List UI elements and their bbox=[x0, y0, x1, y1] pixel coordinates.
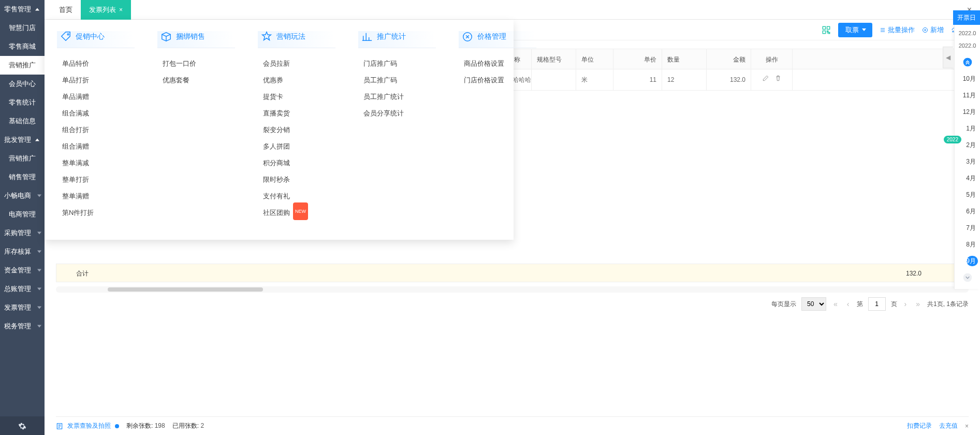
sidebar-item-ecomm-mgmt[interactable]: 电商管理 bbox=[0, 205, 45, 224]
recent-date[interactable]: 2022.0 bbox=[955, 39, 980, 52]
col-amount[interactable]: 金额 bbox=[707, 49, 751, 69]
right-panel-toggle[interactable]: ◀ bbox=[943, 47, 953, 68]
scrollbar-thumb[interactable] bbox=[108, 287, 263, 292]
mm-item[interactable]: 打包一口价 bbox=[157, 55, 235, 72]
mm-item[interactable]: 员工推广码 bbox=[358, 72, 436, 89]
settings-button[interactable] bbox=[0, 416, 45, 435]
col-unit[interactable]: 单位 bbox=[576, 49, 613, 69]
mm-item[interactable]: 多人拼团 bbox=[258, 138, 335, 155]
mm-item[interactable]: 整单打折 bbox=[57, 171, 135, 188]
sidebar-section-invoice[interactable]: 发票管理 bbox=[0, 298, 45, 317]
tab-home[interactable]: 首页 bbox=[51, 0, 81, 20]
mm-item[interactable]: 会员拉新 bbox=[258, 55, 335, 72]
sidebar-section-purchase[interactable]: 采购管理 bbox=[0, 224, 45, 242]
page-prev-icon[interactable]: ‹ bbox=[845, 300, 852, 308]
page-last-icon[interactable]: » bbox=[914, 300, 922, 308]
sidebar-item-sales-mgmt[interactable]: 销售管理 bbox=[0, 168, 45, 186]
month-item[interactable]: 8月 bbox=[955, 236, 980, 253]
mm-item[interactable]: 提货卡 bbox=[258, 89, 335, 105]
mm-item[interactable]: 组合打折 bbox=[57, 122, 135, 138]
deduct-log-link[interactable]: 扣费记录 bbox=[907, 422, 932, 430]
month-item[interactable]: 10月 bbox=[955, 70, 980, 87]
recharge-link[interactable]: 去充值 bbox=[939, 422, 958, 430]
mm-item[interactable]: 门店推广码 bbox=[358, 55, 436, 72]
price-icon bbox=[462, 31, 473, 42]
col-qty[interactable]: 数量 bbox=[662, 49, 707, 69]
remain-label: 剩余张数: bbox=[126, 422, 153, 429]
sidebar-section-wholesale[interactable]: 批发管理 bbox=[0, 130, 45, 149]
mm-col-bundle: 捆绑销售 打包一口价 优惠套餐 bbox=[157, 31, 235, 221]
batch-ops-link[interactable]: 批量操作 bbox=[880, 25, 915, 35]
mm-item[interactable]: 门店价格设置 bbox=[459, 72, 536, 89]
sidebar-section-ledger[interactable]: 总账管理 bbox=[0, 280, 45, 298]
recent-date[interactable]: 2022.0 bbox=[955, 27, 980, 39]
mm-item[interactable]: 整单满减 bbox=[57, 155, 135, 171]
scroll-down-icon[interactable] bbox=[955, 269, 980, 286]
month-item[interactable]: 11月 bbox=[955, 87, 980, 104]
mm-item[interactable]: 商品价格设置 bbox=[459, 55, 536, 72]
sidebar-item-smart-store[interactable]: 智慧门店 bbox=[0, 19, 45, 37]
mm-item[interactable]: 积分商城 bbox=[258, 155, 335, 171]
mm-item[interactable]: 社区团购NEW bbox=[258, 205, 335, 221]
month-item[interactable]: 3月 bbox=[955, 153, 980, 170]
tab-invoice-list[interactable]: 发票列表× bbox=[81, 0, 131, 20]
month-item[interactable]: 4月 bbox=[955, 170, 980, 186]
delete-icon[interactable] bbox=[774, 75, 782, 82]
sidebar-section-tax[interactable]: 税务管理 bbox=[0, 317, 45, 336]
mm-item[interactable]: 优惠套餐 bbox=[157, 72, 235, 89]
month-item[interactable]: 12月 bbox=[955, 104, 980, 120]
tab-close-icon[interactable]: × bbox=[119, 6, 123, 13]
col-operate[interactable]: 操作 bbox=[751, 49, 793, 69]
mm-item[interactable]: 单品特价 bbox=[57, 55, 135, 72]
add-link[interactable]: 新增 bbox=[922, 25, 944, 35]
sidebar-item-wh-marketing[interactable]: 营销推广 bbox=[0, 149, 45, 168]
invoice-verify-link[interactable]: 发票查验及拍照 bbox=[56, 422, 119, 430]
page-input[interactable] bbox=[868, 297, 886, 311]
sidebar-section-ecomm[interactable]: 小畅电商 bbox=[0, 186, 45, 205]
sidebar-item-retail-mall[interactable]: 零售商城 bbox=[0, 37, 45, 56]
sidebar-section-retail[interactable]: 零售管理 bbox=[0, 0, 45, 19]
month-item[interactable]: 1月 bbox=[955, 120, 980, 137]
month-item[interactable]: 6月 bbox=[955, 203, 980, 220]
col-spec[interactable]: 规格型号 bbox=[532, 49, 576, 69]
mm-item[interactable]: 单品满赠 bbox=[57, 89, 135, 105]
qr-icon[interactable] bbox=[822, 25, 831, 35]
edit-icon[interactable] bbox=[762, 75, 769, 82]
mm-item[interactable]: 优惠券 bbox=[258, 72, 335, 89]
sidebar-item-marketing[interactable]: 营销推广 bbox=[0, 56, 45, 75]
open-invoice-date-btn[interactable]: 开票日 bbox=[953, 10, 980, 25]
fetch-invoice-button[interactable]: 取票 bbox=[838, 23, 872, 37]
page-first-icon[interactable]: « bbox=[831, 300, 840, 308]
month-item[interactable]: 7月 bbox=[955, 220, 980, 236]
receipt-icon bbox=[56, 423, 63, 430]
mm-item[interactable]: 第N件打折 bbox=[57, 205, 135, 221]
month-item[interactable]: 5月 bbox=[955, 186, 980, 203]
mm-item[interactable]: 组合满减 bbox=[57, 105, 135, 122]
sidebar-section-inventory[interactable]: 库存核算 bbox=[0, 242, 45, 261]
mm-item[interactable]: 直播卖货 bbox=[258, 105, 335, 122]
mm-item[interactable]: 整单满赠 bbox=[57, 188, 135, 205]
mm-item[interactable]: 限时秒杀 bbox=[258, 171, 335, 188]
scroll-up-icon[interactable] bbox=[955, 54, 980, 70]
sidebar-section-funds[interactable]: 资金管理 bbox=[0, 261, 45, 280]
col-price[interactable]: 单价 bbox=[613, 49, 662, 69]
sidebar-item-retail-stats[interactable]: 零售统计 bbox=[0, 93, 45, 112]
mm-item[interactable]: 员工推广统计 bbox=[358, 89, 436, 105]
footer-close[interactable]: × bbox=[965, 423, 969, 430]
grid-total-row: 合计 132.0 bbox=[56, 264, 969, 282]
month-item-active[interactable]: 9月 bbox=[955, 253, 980, 269]
mm-item[interactable]: 组合满赠 bbox=[57, 138, 135, 155]
cell-qty: 12 bbox=[662, 69, 707, 90]
mm-item[interactable]: 会员分享统计 bbox=[358, 105, 436, 122]
page-next-icon[interactable]: › bbox=[902, 300, 909, 308]
sidebar-item-basic-info[interactable]: 基础信息 bbox=[0, 112, 45, 130]
sidebar-item-member-center[interactable]: 会员中心 bbox=[0, 75, 45, 93]
mm-item[interactable]: 裂变分销 bbox=[258, 122, 335, 138]
mm-item[interactable]: 单品打折 bbox=[57, 72, 135, 89]
chart-icon bbox=[361, 31, 373, 42]
tag-icon bbox=[60, 31, 71, 42]
per-page-select[interactable]: 50 bbox=[801, 297, 826, 311]
horizontal-scrollbar[interactable] bbox=[56, 286, 969, 293]
mm-col-stats: 推广统计 门店推广码 员工推广码 员工推广统计 会员分享统计 bbox=[358, 31, 436, 221]
caret-down-icon bbox=[37, 251, 41, 253]
